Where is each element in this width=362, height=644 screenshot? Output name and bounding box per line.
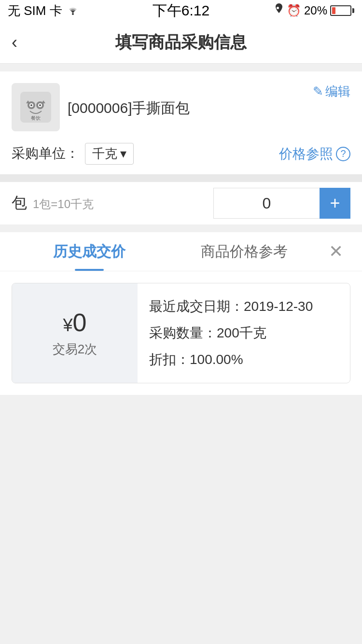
quantity-row: 包 1包=10千克 0 + [0, 182, 362, 224]
carrier-text: 无 SIM 卡 [8, 2, 62, 19]
history-price-section: ¥0 交易2次 [12, 283, 138, 383]
tab-history-price[interactable]: 历史成交价 [12, 232, 167, 271]
qty-input[interactable]: 0 [213, 188, 320, 219]
plus-icon: + [330, 193, 340, 213]
edit-button[interactable]: ✎ 编辑 [313, 83, 350, 100]
page-title: 填写商品采购信息 [115, 31, 247, 54]
history-content: ¥0 交易2次 最近成交日期：2019-12-30 采购数量：200千克 折扣：… [0, 271, 362, 395]
battery-percentage: 20% [304, 4, 327, 17]
svg-text:餐饮: 餐饮 [31, 115, 41, 121]
dropdown-arrow-icon: ▾ [120, 146, 126, 161]
location-icon [274, 3, 284, 18]
edit-icon: ✎ [313, 84, 323, 99]
status-left: 无 SIM 卡 [8, 2, 80, 19]
discount-row: 折扣：100.00% [149, 350, 338, 369]
purchase-qty-row: 采购数量：200千克 [149, 323, 338, 342]
history-details-section: 最近成交日期：2019-12-30 采购数量：200千克 折扣：100.00% [138, 283, 350, 383]
qty-unit-label: 包 [12, 193, 27, 214]
product-left: 餐饮 [0000006]手撕面包 [12, 83, 190, 131]
price-ref-label: 价格参照 [279, 145, 333, 163]
tab-history-price-label: 历史成交价 [53, 242, 125, 262]
svg-point-0 [72, 13, 74, 15]
nav-bar: ‹ 填写商品采购信息 [0, 21, 362, 64]
main-background [0, 395, 362, 644]
tabs-header: 历史成交价 商品价格参考 ✕ [0, 232, 362, 271]
product-thumbnail: 餐饮 [12, 83, 60, 131]
unit-value: 千克 [92, 145, 117, 162]
unit-selector-group: 采购单位： 千克 ▾ [12, 143, 134, 165]
recent-date-value: 2019-12-30 [244, 299, 313, 314]
close-icon: ✕ [329, 241, 343, 262]
back-button[interactable]: ‹ [7, 28, 22, 57]
recent-date-label: 最近成交日期： [149, 299, 244, 314]
unit-dropdown[interactable]: 千克 ▾ [85, 143, 134, 165]
history-card: ¥0 交易2次 最近成交日期：2019-12-30 采购数量：200千克 折扣：… [12, 283, 350, 383]
trade-count: 交易2次 [53, 341, 97, 358]
status-time: 下午6:12 [153, 1, 209, 21]
section-divider [0, 174, 362, 182]
product-title: [0000006]手撕面包 [68, 98, 190, 118]
svg-point-7 [39, 104, 41, 106]
tabs-close-button[interactable]: ✕ [321, 237, 350, 266]
tab-price-reference-label: 商品价格参考 [201, 242, 288, 262]
unit-label: 采购单位： [12, 146, 79, 161]
alarm-icon: ⏰ [287, 4, 301, 17]
qty-value: 0 [263, 195, 271, 212]
product-header: 餐饮 [0000006]手撕面包 ✎ 编辑 [12, 83, 350, 131]
purchase-qty-label: 采购数量： [149, 325, 217, 340]
qty-input-group: 0 + [213, 188, 350, 219]
purchase-qty-value: 200千克 [217, 325, 266, 340]
price-amount: 0 [73, 308, 87, 336]
price-reference-button[interactable]: 价格参照 ? [279, 145, 350, 163]
status-bar: 无 SIM 卡 下午6:12 ⏰ 20% [0, 0, 362, 21]
qty-plus-button[interactable]: + [320, 188, 350, 219]
discount-label: 折扣： [149, 352, 190, 367]
svg-point-6 [30, 104, 32, 106]
history-price-value: ¥0 [63, 308, 87, 337]
wifi-icon [66, 3, 80, 18]
tabs-panel: 历史成交价 商品价格参考 ✕ ¥0 交易2次 最近成交日期：2019-12-30… [0, 232, 362, 395]
help-icon: ? [336, 147, 350, 161]
qty-conversion-label: 1包=10千克 [33, 196, 94, 212]
battery-icon [330, 5, 354, 16]
status-right: ⏰ 20% [274, 3, 354, 18]
product-card: 餐饮 [0000006]手撕面包 ✎ 编辑 采购单位： 千克 ▾ 价格参照 ? [0, 71, 362, 174]
qty-label-group: 包 1包=10千克 [12, 193, 94, 214]
tab-price-reference[interactable]: 商品价格参考 [167, 232, 321, 271]
discount-value: 100.00% [190, 352, 243, 367]
edit-label: 编辑 [325, 83, 350, 100]
recent-date-row: 最近成交日期：2019-12-30 [149, 297, 338, 316]
product-unit-row: 采购单位： 千克 ▾ 价格参照 ? [12, 143, 350, 165]
currency-symbol: ¥ [63, 315, 73, 335]
product-logo-icon: 餐饮 [20, 92, 51, 123]
